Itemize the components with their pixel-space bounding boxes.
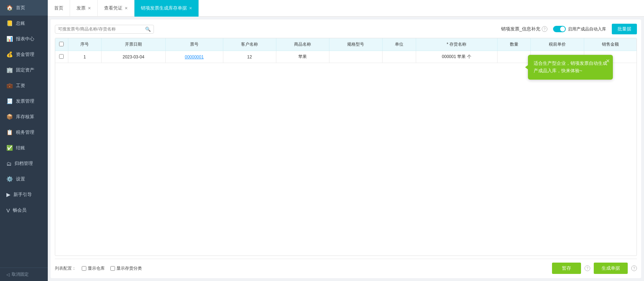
- sidebar-item-new-guide[interactable]: ▶ 新手引导: [0, 187, 48, 202]
- col-header-invoice-no: 票号: [166, 38, 223, 51]
- sidebar-item-label: 畅会员: [13, 207, 27, 213]
- show-warehouse-checkbox[interactable]: [82, 266, 86, 271]
- content-area: 🔍 销项发票_信息补充 ? 启用产成品自动入库 批量据: [51, 19, 641, 278]
- cell-unit: [382, 51, 416, 63]
- col-header-unit: 单位: [382, 38, 416, 51]
- info-label: 销项发票_信息补充 ?: [501, 26, 547, 32]
- sidebar-item-invoice-management[interactable]: 🧾 发票管理: [0, 93, 48, 109]
- sidebar-item-fixed-assets[interactable]: 🏢 固定资产: [0, 62, 48, 78]
- info-icon[interactable]: ?: [542, 26, 547, 32]
- sidebar-item-label: 报表中心: [16, 36, 34, 42]
- sidebar-item-label: 总账: [16, 20, 25, 27]
- tab-sales-invoice[interactable]: 销项发票生成库存单据 ✕: [134, 0, 199, 17]
- generate-help-icon[interactable]: ?: [631, 265, 637, 271]
- save-help-icon[interactable]: ?: [585, 265, 590, 271]
- show-warehouse-label: 显示仓库: [88, 265, 105, 271]
- sidebar-item-label: 库存核算: [16, 114, 34, 120]
- col-header-product-name: 商品名称: [276, 38, 329, 51]
- cell-date: 2023-03-04: [102, 51, 166, 63]
- cell-seq: 1: [68, 51, 102, 63]
- tab-invoice[interactable]: 发票 ✕: [70, 0, 98, 17]
- tab-sales-invoice-label: 销项发票生成库存单据: [141, 5, 187, 11]
- sidebar-item-general-ledger[interactable]: 📒 总账: [0, 16, 48, 31]
- bottom-actions: 暂存 ? 生成单据 ?: [552, 263, 637, 274]
- select-all-checkbox[interactable]: [59, 42, 64, 46]
- col-header-unit-price: 税前单价: [531, 38, 584, 51]
- cell-customer: 12: [223, 51, 276, 63]
- show-inventory-category-checkbox[interactable]: [110, 266, 115, 271]
- cell-qty: [497, 51, 531, 63]
- tab-home-label: 首页: [54, 5, 63, 11]
- sidebar-item-tax-management[interactable]: 📋 税务管理: [0, 125, 48, 140]
- sidebar-item-label: 首页: [16, 5, 25, 11]
- sidebar-item-archive-management[interactable]: 🗂 归档管理: [0, 156, 48, 171]
- toggle-label: 启用产成品自动入库: [568, 26, 606, 32]
- sidebar-item-report-center[interactable]: 📊 报表中心: [0, 31, 48, 47]
- tooltip-close-button[interactable]: ✕: [606, 57, 610, 65]
- col-header-customer: 客户名称: [223, 38, 276, 51]
- home-icon: 🏠: [6, 5, 13, 11]
- sidebar-item-label: 归档管理: [15, 160, 33, 167]
- cell-checkbox: [55, 51, 68, 63]
- toggle-auto-warehouse[interactable]: [553, 26, 566, 32]
- tab-invoice-close-icon[interactable]: ✕: [88, 6, 91, 11]
- ledger-icon: 📒: [6, 20, 13, 27]
- table-header-row: 序号 开票日期 票号 客户名称 商品名称 规格型号 单位 * 存货名称 数量 税…: [55, 38, 637, 51]
- cancel-pin-icon: ◁: [6, 272, 10, 277]
- list-config-label: 列表配置：: [55, 265, 76, 271]
- sidebar: 🏠 首页 📒 总账 📊 报表中心 💰 资金管理 🏢 固定资产 💼 工资 🧾 发票…: [0, 0, 48, 281]
- sidebar-item-checkout[interactable]: ✅ 结账: [0, 140, 48, 156]
- toggle-wrap: 启用产成品自动入库: [553, 26, 606, 32]
- inventory-icon: 📦: [6, 114, 13, 120]
- tab-invoice-label: 发票: [76, 5, 86, 11]
- save-button[interactable]: 暂存: [552, 263, 581, 274]
- info-label-text: 销项发票_信息补充: [501, 26, 540, 32]
- show-inventory-category-label: 显示存货分类: [116, 265, 142, 271]
- tax-icon: 📋: [6, 129, 13, 136]
- sidebar-item-inventory[interactable]: 📦 库存核算: [0, 109, 48, 125]
- search-icon: 🔍: [145, 27, 151, 32]
- batch-button[interactable]: 批量据: [612, 24, 637, 34]
- col-header-seq: 序号: [68, 38, 102, 51]
- sidebar-item-label: 工资: [16, 82, 25, 89]
- tab-view-voucher-close-icon[interactable]: ✕: [125, 6, 128, 11]
- show-warehouse-item[interactable]: 显示仓库: [82, 265, 105, 271]
- col-header-checkbox: [55, 38, 68, 51]
- row-checkbox[interactable]: [59, 54, 64, 59]
- cell-inventory-name: 000001 苹果 个: [416, 51, 497, 63]
- main-area: 首页 发票 ✕ 查看凭证 ✕ 销项发票生成库存单据 ✕ 🔍 销项发票_信息补充 …: [48, 0, 644, 281]
- sidebar-item-payroll[interactable]: 💼 工资: [0, 78, 48, 93]
- payroll-icon: 💼: [6, 82, 13, 89]
- sidebar-item-fund-management[interactable]: 💰 资金管理: [0, 47, 48, 62]
- sidebar-item-member[interactable]: V 畅会员: [0, 202, 48, 218]
- tab-view-voucher[interactable]: 查看凭证 ✕: [98, 0, 134, 17]
- cell-invoice-no: 00000001: [166, 51, 223, 63]
- col-header-inventory-name: * 存货名称: [416, 38, 497, 51]
- search-input[interactable]: [58, 27, 145, 31]
- tab-home[interactable]: 首页: [48, 0, 70, 17]
- member-icon: V: [6, 207, 10, 213]
- sidebar-item-label: 设置: [16, 176, 25, 182]
- generate-button[interactable]: 生成单据: [594, 263, 628, 274]
- toolbar-right: 销项发票_信息补充 ? 启用产成品自动入库 批量据: [501, 24, 637, 34]
- sidebar-item-label: 发票管理: [16, 98, 34, 104]
- sidebar-item-home[interactable]: 🏠 首页: [0, 0, 48, 16]
- sidebar-item-settings[interactable]: ⚙️ 设置: [0, 171, 48, 187]
- cell-spec: [329, 51, 382, 63]
- search-box[interactable]: 🔍: [55, 25, 154, 34]
- col-header-amount: 销售金额: [584, 38, 637, 51]
- sidebar-item-label: 资金管理: [16, 51, 34, 58]
- bottom-bar: 列表配置： 显示仓库 显示存货分类 暂存 ? 生成单据 ?: [55, 259, 637, 274]
- show-inventory-category-item[interactable]: 显示存货分类: [110, 265, 142, 271]
- cancel-pin-label: 取消固定: [12, 271, 29, 277]
- tab-sales-invoice-close-icon[interactable]: ✕: [189, 6, 192, 11]
- col-header-spec: 规格型号: [329, 38, 382, 51]
- sidebar-bottom-cancel-pin[interactable]: ◁ 取消固定: [0, 268, 48, 281]
- archive-icon: 🗂: [6, 161, 12, 167]
- settings-icon: ⚙️: [6, 176, 13, 182]
- invoice-no-link[interactable]: 00000001: [185, 55, 203, 59]
- sidebar-item-label: 结账: [16, 145, 25, 151]
- tab-view-voucher-label: 查看凭证: [104, 5, 122, 11]
- sidebar-item-label: 新手引导: [13, 191, 32, 198]
- fund-icon: 💰: [6, 51, 13, 58]
